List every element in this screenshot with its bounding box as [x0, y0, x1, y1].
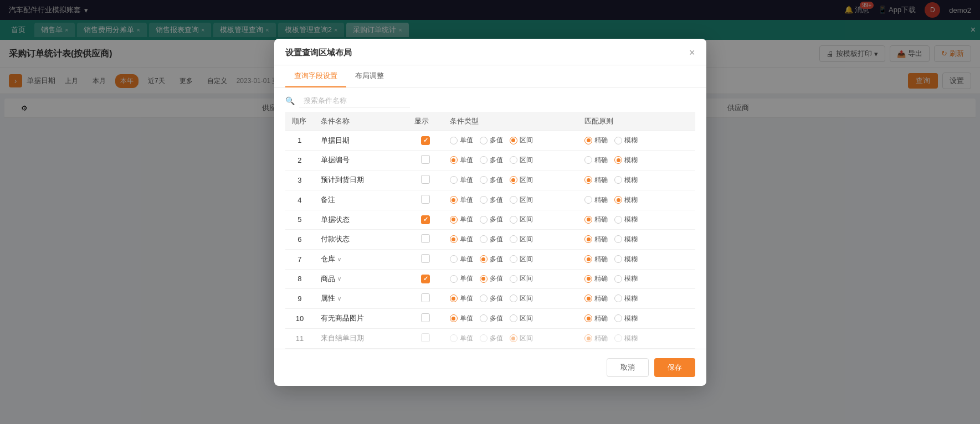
tab-query-fields[interactable]: 查询字段设置 — [285, 65, 346, 87]
settings-dialog: 设置查询区域布局 × 查询字段设置 布局调整 🔍 顺序 条件名称 显示 条件类型 — [274, 39, 706, 123]
dialog-tabs: 查询字段设置 布局调整 — [274, 65, 706, 87]
th-type: 条件类型 — [443, 112, 578, 123]
dialog-search-area: 🔍 — [274, 87, 706, 112]
th-name: 条件名称 — [314, 112, 408, 123]
dialog-header: 设置查询区域布局 × — [274, 39, 706, 65]
search-icon: 🔍 — [285, 96, 295, 105]
tab-layout-adjust[interactable]: 布局调整 — [346, 65, 393, 87]
search-input[interactable] — [299, 94, 410, 107]
dialog-title: 设置查询区域布局 — [285, 48, 352, 58]
modal-overlay: 设置查询区域布局 × 查询字段设置 布局调整 🔍 顺序 条件名称 显示 条件类型 — [0, 0, 980, 122]
th-match: 匹配原则 — [578, 112, 695, 123]
table-header-row: 顺序 条件名称 显示 条件类型 匹配原则 — [285, 112, 695, 123]
th-display: 显示 — [408, 112, 443, 123]
dialog-close-button[interactable]: × — [689, 48, 695, 58]
th-order: 顺序 — [285, 112, 315, 123]
settings-table: 顺序 条件名称 显示 条件类型 匹配原则 1单据日期 单值 多值 — [285, 112, 695, 123]
dialog-body: 顺序 条件名称 显示 条件类型 匹配原则 1单据日期 单值 多值 — [274, 112, 706, 123]
